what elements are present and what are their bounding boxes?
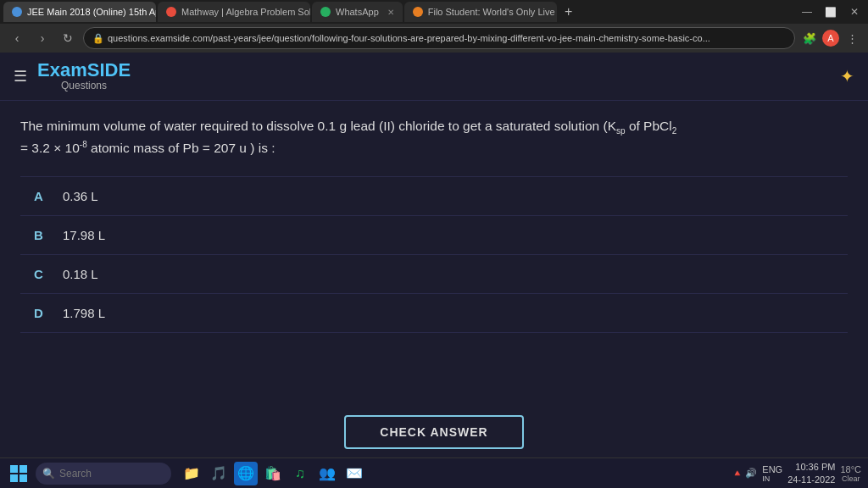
svg-rect-2	[10, 474, 18, 482]
taskbar-search-wrapper[interactable]: 🔍	[36, 463, 171, 485]
tab-1[interactable]: JEE Main 2018 (Online) 15th Apri ✕	[3, 2, 156, 22]
tab-3[interactable]: WhatsApp ✕	[312, 2, 403, 22]
taskbar-app-spotify[interactable]: ♫	[288, 462, 312, 485]
tab-2[interactable]: Mathway | Algebra Problem Solver ✕	[158, 2, 310, 22]
language-sub: IN	[762, 474, 782, 483]
button-row: CHECK ANSWER	[0, 403, 868, 458]
taskbar-apps: 📁 🎵 🌐 🛍️ ♫ 👥 ✉️	[180, 462, 366, 485]
tab-4[interactable]: Filo Student: World's Only Live Instan ✕	[404, 2, 557, 22]
option-a-label: A	[34, 189, 51, 203]
temperature: 18°C	[840, 464, 861, 474]
option-d-label: D	[34, 306, 51, 320]
reload-button[interactable]: ↻	[58, 28, 78, 48]
exponent: -8	[80, 140, 87, 149]
minimize-button[interactable]: —	[797, 2, 817, 22]
back-button[interactable]: ‹	[7, 28, 27, 48]
taskbar-app-store[interactable]: 🛍️	[261, 462, 285, 485]
hamburger-menu[interactable]: ☰	[14, 67, 27, 86]
svg-rect-0	[10, 465, 18, 473]
option-d[interactable]: D 1.798 L	[20, 293, 848, 333]
question-part2: of PbCl	[626, 119, 672, 133]
clock-date: 24-11-2022	[787, 474, 835, 485]
start-button[interactable]	[7, 462, 31, 485]
taskbar-tray: 🔺 🔊	[732, 468, 757, 479]
option-a-text: 0.36 L	[63, 189, 98, 203]
taskbar-app-browser[interactable]: 🌐	[234, 462, 258, 485]
option-c-label: C	[34, 267, 51, 281]
profile-button[interactable]: A	[822, 30, 839, 47]
tab-3-label: WhatsApp	[336, 7, 379, 17]
app-header: ☰ ExamSIDE Questions ✦	[0, 53, 868, 101]
svg-rect-3	[19, 474, 27, 482]
option-d-text: 1.798 L	[63, 306, 105, 320]
close-button[interactable]: ✕	[844, 2, 865, 22]
ksp-sub: sp	[616, 119, 626, 133]
question-line2-rest: atomic mass of Pb = 207 u ) is :	[87, 141, 275, 155]
language-label: ENG	[762, 464, 782, 474]
tab-4-icon	[413, 7, 423, 17]
extensions-button[interactable]: 🧩	[800, 29, 819, 47]
taskbar-app-files[interactable]: 📁	[180, 462, 203, 485]
logo-container: ExamSIDE Questions	[37, 61, 131, 92]
forward-button[interactable]: ›	[32, 28, 53, 48]
taskbar-clock[interactable]: 10:36 PM 24-11-2022	[787, 461, 835, 485]
taskbar-language[interactable]: ENG IN	[762, 464, 782, 483]
tab-2-icon	[166, 7, 176, 17]
settings-icon[interactable]: ✦	[840, 66, 854, 86]
tab-3-icon	[320, 7, 331, 17]
option-c-text: 0.18 L	[63, 267, 98, 281]
taskbar-app-mail[interactable]: ✉️	[342, 462, 366, 485]
browser-chrome: JEE Main 2018 (Online) 15th Apri ✕ Mathw…	[0, 0, 868, 53]
question-text: The minimum volume of water required to …	[20, 116, 848, 159]
weather-condition: Clear	[842, 474, 860, 483]
check-answer-button[interactable]: CHECK ANSWER	[344, 415, 523, 449]
address-bar[interactable]: 🔒 questions.examside.com/past-years/jee/…	[83, 27, 795, 49]
question-line2: = 3.2 × 10	[20, 141, 80, 155]
svg-rect-1	[19, 465, 27, 473]
logo-text: ExamSIDE	[37, 61, 131, 80]
weather-widget: 18°C Clear	[840, 464, 861, 483]
question-content: The minimum volume of water required to …	[0, 101, 868, 403]
tab-1-label: JEE Main 2018 (Online) 15th Apri	[27, 7, 156, 17]
tray-network: 🔺	[732, 468, 743, 479]
nav-bar: ‹ › ↻ 🔒 questions.examside.com/past-year…	[0, 24, 868, 53]
logo-side: SIDE	[87, 59, 131, 80]
tab-3-close[interactable]: ✕	[387, 8, 394, 17]
header-left: ☰ ExamSIDE Questions	[14, 61, 131, 92]
tab-4-label: Filo Student: World's Only Live Instan	[428, 7, 557, 17]
question-part1: The minimum volume of water required to …	[20, 119, 616, 133]
taskbar-search-icon: 🔍	[42, 468, 55, 480]
logo-subtitle: Questions	[37, 80, 131, 92]
logo-exam: Exam	[37, 59, 87, 80]
restore-button[interactable]: ⬜	[821, 2, 841, 22]
tab-2-label: Mathway | Algebra Problem Solver	[181, 7, 310, 17]
menu-button[interactable]: ⋮	[843, 29, 861, 47]
tab-1-icon	[12, 7, 22, 17]
taskbar-app-teams[interactable]: 👥	[315, 462, 339, 485]
taskbar-search-input[interactable]	[36, 463, 171, 485]
taskbar: 🔍 📁 🎵 🌐 🛍️ ♫ 👥 ✉️ 🔺 🔊 ENG IN 10:36 PM 24…	[0, 458, 868, 488]
option-b-text: 17.98 L	[63, 228, 105, 242]
option-b[interactable]: B 17.98 L	[20, 215, 848, 254]
windows-icon	[9, 464, 28, 483]
option-a[interactable]: A 0.36 L	[20, 176, 848, 215]
taskbar-app-music[interactable]: 🎵	[207, 462, 231, 485]
new-tab-button[interactable]: +	[559, 2, 579, 22]
app-container: ☰ ExamSIDE Questions ✦ The minimum volum…	[0, 53, 868, 458]
tray-volume: 🔊	[745, 468, 757, 479]
tab-bar: JEE Main 2018 (Online) 15th Apri ✕ Mathw…	[0, 0, 868, 24]
pbcl2-sub: 2	[672, 126, 677, 136]
clock-time: 10:36 PM	[787, 461, 835, 473]
option-c[interactable]: C 0.18 L	[20, 254, 848, 293]
lock-icon: 🔒	[92, 33, 104, 44]
taskbar-right: 🔺 🔊 ENG IN 10:36 PM 24-11-2022 18°C Clea…	[732, 461, 861, 485]
option-b-label: B	[34, 228, 51, 242]
options-list: A 0.36 L B 17.98 L C 0.18 L D 1.798 L	[20, 176, 848, 333]
nav-actions: 🧩 A ⋮	[800, 29, 861, 47]
url-text: questions.examside.com/past-years/jee/qu…	[108, 33, 710, 43]
